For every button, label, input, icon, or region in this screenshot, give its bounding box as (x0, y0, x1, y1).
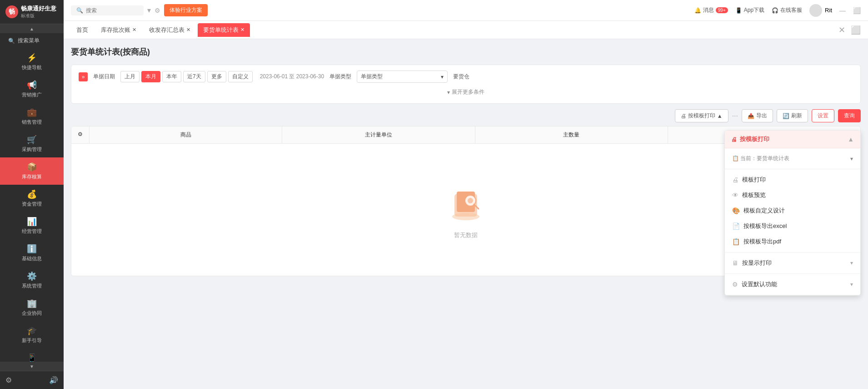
dropdown-template-excel[interactable]: 📄 按模板导出excel (725, 218, 860, 234)
th-settings[interactable]: ⚙ (71, 126, 90, 143)
dropdown-close-btn[interactable]: ▲ (848, 136, 854, 143)
notification-badge: 99+ (716, 7, 728, 13)
sidebar-item-finance[interactable]: 💰 资金管理 (0, 185, 64, 212)
enterprise-icon: 🏢 (27, 298, 37, 308)
date-btn-current-month[interactable]: 本月 (141, 71, 160, 82)
sidebar-item-enterprise[interactable]: 🏢 企业协同 (0, 294, 64, 321)
tab-order-stats[interactable]: 要货单统计表 ✕ (198, 23, 250, 37)
window-maximize-btn[interactable]: ⬜ (853, 7, 861, 14)
sidebar-item-purchase[interactable]: 🛒 采购管理 (0, 130, 64, 157)
sidebar-item-sales[interactable]: 💼 销售管理 (0, 103, 64, 130)
sidebar-item-marketing[interactable]: 📢 营销推广 (0, 76, 64, 103)
dropdown-display-print[interactable]: 🖥 按显示打印 ▾ (725, 255, 860, 271)
print-btn[interactable]: 🖨 按模板打印 ▲ (675, 109, 728, 122)
dropdown-template-pdf[interactable]: 📋 按模板导出pdf (725, 234, 860, 249)
expand-down-icon: ▾ (447, 89, 450, 96)
date-btn-last-month[interactable]: 上月 (120, 71, 140, 82)
tab-home[interactable]: 首页 (71, 23, 94, 37)
date-buttons: 上月 本月 本年 近7天 更多 自定义 (120, 71, 253, 82)
notification-btn[interactable]: 🔔 消息 99+ (694, 6, 728, 14)
topbar-search-icon: 🔍 (76, 7, 83, 14)
sidebar-item-operations[interactable]: 📊 经营管理 (0, 212, 64, 239)
sidebar-item-app-center[interactable]: 📱 应用中心 (0, 349, 64, 362)
query-btn[interactable]: 查询 (838, 109, 861, 122)
dropdown-display-section: 🖥 按显示打印 ▾ (725, 253, 860, 274)
tab-inventory-batch-close[interactable]: ✕ (132, 27, 136, 33)
toolbar-ellipsis[interactable]: ··· (732, 112, 738, 120)
sidebar-item-inventory[interactable]: 📦 库存核算 (0, 157, 64, 185)
topbar-search-box[interactable]: 🔍 (71, 5, 144, 15)
online-service-btn[interactable]: 🎧 在线客服 (772, 6, 802, 14)
tab-close-all-icon[interactable]: ✕ (838, 25, 845, 35)
template-print-icon: 🖨 (732, 176, 738, 183)
doc-type-select[interactable]: 单据类型 ▾ (357, 71, 448, 83)
tab-inventory-batch[interactable]: 库存批次账 ✕ (95, 23, 142, 37)
dropdown-set-default[interactable]: ⚙ 设置默认功能 ▾ (725, 277, 860, 292)
quick-nav-label: 快捷导航 (22, 64, 42, 71)
topbar-left: 🔍 ▾ ⚙ 体验行业方案 (71, 4, 208, 16)
dropdown-title-label: 按模板打印 (740, 135, 769, 143)
svg-rect-7 (459, 208, 465, 210)
export-btn[interactable]: 📤 导出 (742, 109, 773, 122)
sales-label: 销售管理 (22, 119, 42, 126)
display-print-label: 按显示打印 (742, 259, 772, 267)
operations-icon: 📊 (27, 217, 37, 227)
printer-icon: 🖨 (681, 113, 686, 119)
window-minimize-btn[interactable]: — (839, 7, 846, 14)
template-excel-icon: 📄 (732, 222, 740, 230)
sidebar-scroll-down[interactable]: ▼ (0, 362, 64, 371)
dropdown-template-preview[interactable]: 👁 模板预览 (725, 187, 860, 203)
date-btn-more[interactable]: 更多 (207, 71, 226, 82)
date-btn-last-7[interactable]: 近7天 (183, 71, 205, 82)
sidebar-bottom: ⚙ 🔊 (0, 371, 64, 389)
system-label: 系统管理 (22, 283, 42, 289)
date-btn-current-year[interactable]: 本年 (162, 71, 181, 82)
set-default-icon: ⚙ (732, 281, 738, 288)
app-edition: 标准版 (21, 13, 56, 19)
app-download-label: App下载 (744, 6, 764, 14)
expand-row: ▾ 展开更多条件 (79, 86, 853, 98)
doc-type-label: 单据类型 (329, 73, 351, 81)
trial-btn[interactable]: 体验行业方案 (164, 4, 208, 16)
template-custom-label: 模板自定义设计 (743, 207, 785, 215)
tab-order-stats-close[interactable]: ✕ (240, 27, 244, 33)
topbar-settings-icon[interactable]: ⚙ (155, 7, 160, 14)
empty-illustration (443, 180, 489, 226)
app-name-block: 畅康通好生意 标准版 (21, 5, 56, 19)
topbar-search-input[interactable] (86, 7, 140, 14)
sidebar-item-quick-nav[interactable]: ⚡ 快捷导航 (0, 48, 64, 76)
tab-expand-icon[interactable]: ⬜ (851, 25, 861, 35)
finance-label: 资金管理 (22, 201, 42, 207)
sidebar-item-system[interactable]: ⚙️ 系统管理 (0, 267, 64, 294)
expand-conditions-btn[interactable]: ▾ 展开更多条件 (444, 86, 488, 98)
sound-icon[interactable]: 🔊 (49, 376, 58, 384)
topbar-dropdown-icon[interactable]: ▾ (147, 6, 151, 15)
app-center-icon: 📱 (27, 353, 37, 362)
notification-icon: 🔔 (694, 7, 701, 14)
purchase-label: 采购管理 (22, 146, 42, 153)
dropdown-current-item[interactable]: 📋 当前：要货单统计表 ▾ (725, 151, 860, 166)
dropdown-template-custom[interactable]: 🎨 模板自定义设计 (725, 203, 860, 218)
current-template-icon: 📋 (732, 155, 739, 162)
sidebar-scroll-up[interactable]: ▲ (0, 24, 64, 33)
tab-receipt-summary[interactable]: 收发存汇总表 ✕ (144, 23, 196, 37)
sidebar-search[interactable]: 🔍 搜索菜单 (0, 33, 64, 48)
sidebar-item-guide[interactable]: 🎓 新手引导 (0, 321, 64, 349)
refresh-btn[interactable]: 🔄 刷新 (777, 109, 808, 122)
dropdown-title: 🖨 按模板打印 (731, 135, 769, 143)
sidebar-item-basic-info[interactable]: ℹ️ 基础信息 (0, 239, 64, 267)
settings-btn[interactable]: 设置 (812, 109, 834, 122)
tab-receipt-summary-close[interactable]: ✕ (186, 27, 190, 33)
column-settings-icon: ⚙ (78, 131, 83, 137)
dropdown-template-print[interactable]: 🖨 模板打印 (725, 172, 860, 187)
filter-expand-toggle[interactable]: » (79, 72, 88, 81)
app-download-btn[interactable]: 📱 App下载 (735, 6, 764, 14)
display-print-arrow: ▾ (850, 260, 853, 266)
th-goods: 商品 (90, 126, 282, 143)
date-btn-custom[interactable]: 自定义 (228, 71, 253, 82)
settings-bottom-icon[interactable]: ⚙ (5, 376, 12, 384)
tab-order-stats-label: 要货单统计表 (203, 26, 239, 34)
dropdown-header: 🖨 按模板打印 ▲ (725, 131, 860, 148)
user-profile[interactable]: Rit (809, 4, 832, 17)
dropdown-current-section: 📋 当前：要货单统计表 ▾ (725, 148, 860, 169)
